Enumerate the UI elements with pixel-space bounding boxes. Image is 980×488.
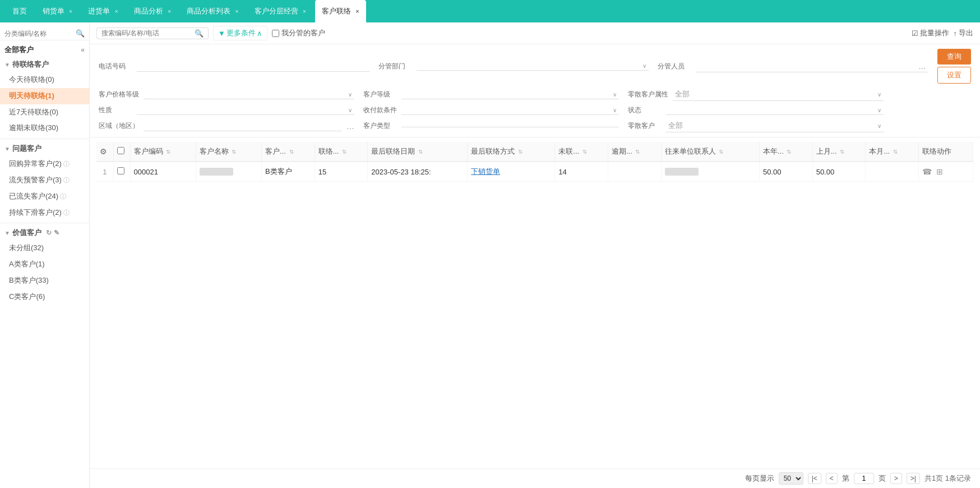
this-month-sort-icon[interactable]: ⇅ xyxy=(893,149,898,155)
th-contact-person: 往来单位联系人 ⇅ xyxy=(661,142,759,162)
export-btn[interactable]: ↑ 导出 xyxy=(954,28,974,38)
setting-btn[interactable]: 设置 xyxy=(937,67,971,84)
nav-close-purchase-order[interactable]: × xyxy=(114,8,118,15)
filter-actions: 查询 设置 xyxy=(937,49,971,84)
filter-payment: 收付款条件 ∨ xyxy=(363,105,619,115)
sidebar-item-today-contact[interactable]: 今天待联络(0) xyxy=(0,72,89,88)
retail-select[interactable]: 全部 ∨ xyxy=(666,119,884,132)
sidebar-item-tomorrow-contact[interactable]: 明天待联络(1) xyxy=(0,88,89,104)
nav-close-customer-segmentation[interactable]: × xyxy=(303,8,306,15)
next-page-btn[interactable]: > xyxy=(890,473,902,484)
nav-close-customer-contact[interactable]: × xyxy=(355,8,359,15)
sidebar-group-value[interactable]: ▼ 价值客户 ↻ ✎ xyxy=(0,225,89,240)
nav-close-product-analysis[interactable]: × xyxy=(168,8,171,15)
gear-settings-icon[interactable]: ⚙ xyxy=(100,147,107,156)
more-conditions-btn[interactable]: ▼ 更多条件 ∧ xyxy=(213,26,267,40)
sidebar-item-churn-warning[interactable]: 流失预警客户(3) ⓘ xyxy=(0,172,89,188)
sidebar-item-abnormal-repurchase[interactable]: 回购异常客户(2) ⓘ xyxy=(0,156,89,172)
problem-triangle-icon: ▼ xyxy=(4,146,10,152)
phone-action-icon[interactable]: ☎ xyxy=(922,167,932,176)
price-level-dropdown-icon: ∨ xyxy=(348,91,352,98)
retail-attr-select[interactable]: 全部 ∨ xyxy=(673,88,884,101)
refresh-icon[interactable]: ↻ xyxy=(46,229,52,237)
info-icon-4: ⓘ xyxy=(63,209,70,216)
contact-person-sort-icon[interactable]: ⇅ xyxy=(719,149,723,155)
cust-level-dropdown-icon: ∨ xyxy=(613,91,617,98)
overdue-sort-icon[interactable]: ⇅ xyxy=(635,149,640,155)
nav-sales-order[interactable]: 销货单 × xyxy=(36,0,79,22)
value-triangle-icon: ▼ xyxy=(4,230,10,236)
type-sort-icon[interactable]: ⇅ xyxy=(289,149,294,155)
query-btn[interactable]: 查询 xyxy=(937,49,971,65)
all-customers-header[interactable]: 全部客户 « xyxy=(0,43,89,57)
cust-type-select[interactable] xyxy=(401,125,619,127)
sidebar-item-class-a[interactable]: A类客户(1) xyxy=(0,256,89,273)
nav-customer-segmentation[interactable]: 客户分层经营 × xyxy=(248,0,313,22)
sidebar-item-class-c[interactable]: C类客户(6) xyxy=(0,289,89,305)
search-input[interactable] xyxy=(101,29,192,37)
sidebar-item-declining[interactable]: 持续下滑客户(2) ⓘ xyxy=(0,205,89,221)
nav-customer-contact[interactable]: 客户联络 × xyxy=(315,0,366,22)
table-row: 1 000021 ███ B类客户 xyxy=(96,162,973,182)
sidebar-item-ungrouped[interactable]: 未分组(32) xyxy=(0,240,89,256)
sidebar: 🔍 全部客户 « ▼ 待联络客户 今天待联络(0) 明天待联络(1) 近7天待联… xyxy=(0,22,90,488)
nav-close-product-analysis-list[interactable]: × xyxy=(235,8,238,15)
filter-cust-level: 客户等级 ∨ xyxy=(363,90,619,99)
sidebar-group-pending[interactable]: ▼ 待联络客户 xyxy=(0,57,89,72)
person-select[interactable]: … xyxy=(696,61,928,72)
grid-action-icon[interactable]: ⊞ xyxy=(936,167,943,176)
sidebar-search-icon[interactable]: 🔍 xyxy=(76,29,85,38)
region-more-icon[interactable]: … xyxy=(346,122,354,131)
phone-input[interactable] xyxy=(137,61,369,72)
this-year-sort-icon[interactable]: ⇅ xyxy=(787,149,791,155)
th-last-contact-method: 最后联络方式 ⇅ xyxy=(468,142,555,162)
sidebar-search-input[interactable] xyxy=(4,30,73,38)
advanced-filter-panel: 电话号码 分管部门 ∨ 分管人员 … xyxy=(90,44,980,137)
sidebar-item-churned[interactable]: 已流失客户(24) ⓘ xyxy=(0,188,89,205)
per-page-select[interactable]: 50 xyxy=(779,472,803,485)
sidebar-item-overdue-contact[interactable]: 逾期未联络(30) xyxy=(0,120,89,136)
row-last-contact-method[interactable]: 下销货单 xyxy=(468,162,555,182)
my-customers-checkbox[interactable] xyxy=(272,30,279,37)
region-input[interactable] xyxy=(144,121,342,131)
price-level-select[interactable]: ∨ xyxy=(144,90,354,99)
name-sort-icon[interactable]: ⇅ xyxy=(232,149,236,155)
nav-home[interactable]: 首页 xyxy=(6,0,34,22)
action-icons-group: ☎ ⊞ xyxy=(922,167,969,176)
search-icon[interactable]: 🔍 xyxy=(195,29,204,38)
per-page-label: 每页显示 xyxy=(745,473,774,484)
last-date-sort-icon[interactable]: ⇅ xyxy=(418,149,423,155)
prev-page-btn[interactable]: < xyxy=(826,473,838,484)
status-select[interactable]: ∨ xyxy=(666,106,884,115)
person-more-icon[interactable]: … xyxy=(918,62,926,71)
right-content: 🔍 ▼ 更多条件 ∧ 我分管的客户 ☑ 批量操作 ↑ 导出 xyxy=(90,22,980,488)
last-page-btn[interactable]: >| xyxy=(907,473,920,484)
nav-product-analysis-list[interactable]: 商品分析列表 × xyxy=(180,0,245,22)
row-name[interactable]: ███ xyxy=(196,162,261,182)
row-checkbox[interactable] xyxy=(117,167,124,174)
batch-action-btn[interactable]: ☑ 批量操作 xyxy=(912,28,949,38)
edit-icon[interactable]: ✎ xyxy=(54,229,59,237)
first-page-btn[interactable]: |< xyxy=(808,473,821,484)
cust-level-select[interactable]: ∨ xyxy=(401,90,619,99)
sidebar-group-problem[interactable]: ▼ 问题客户 xyxy=(0,141,89,156)
sidebar-item-class-b[interactable]: B类客户(33) xyxy=(0,273,89,289)
last-method-sort-icon[interactable]: ⇅ xyxy=(518,149,523,155)
select-all-checkbox[interactable] xyxy=(117,147,124,154)
sidebar-item-week-contact[interactable]: 近7天待联络(0) xyxy=(0,104,89,121)
nav-close-sales-order[interactable]: × xyxy=(69,8,72,15)
last-month-sort-icon[interactable]: ⇅ xyxy=(840,149,844,155)
payment-select[interactable]: ∨ xyxy=(401,106,619,115)
no-contact-sort-icon[interactable]: ⇅ xyxy=(583,149,587,155)
page-input[interactable] xyxy=(854,473,874,484)
retail-dropdown-icon: ∨ xyxy=(877,123,881,129)
sidebar-collapse-icon[interactable]: « xyxy=(81,46,85,54)
dept-select[interactable]: ∨ xyxy=(417,62,649,71)
nature-select[interactable]: ∨ xyxy=(137,106,354,115)
code-sort-icon[interactable]: ⇅ xyxy=(166,149,170,155)
th-last-contact-date: 最后联络日期 ⇅ xyxy=(368,142,468,162)
contact-count-sort-icon[interactable]: ⇅ xyxy=(342,149,346,155)
nav-purchase-order[interactable]: 进货单 × xyxy=(81,0,124,22)
nav-product-analysis[interactable]: 商品分析 × xyxy=(127,0,178,22)
search-box[interactable]: 🔍 xyxy=(96,27,209,39)
